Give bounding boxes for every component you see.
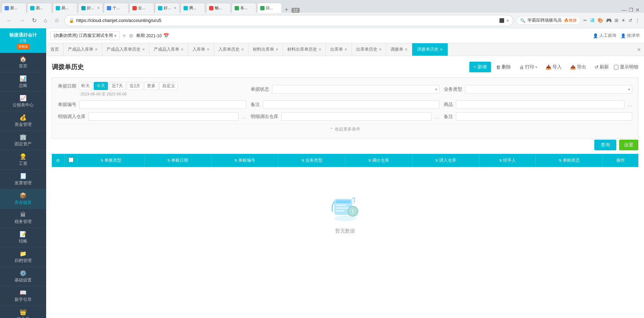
browser-tab-9[interactable]: 畅... (206, 3, 231, 13)
nav-star[interactable]: ☆ (52, 16, 61, 25)
company-selector[interactable]: (勿删勿禁用) 江西服宝测试专用 ▾ (50, 31, 120, 40)
nav-home[interactable]: ⌂ (42, 16, 49, 25)
page-tab-material-out-hist[interactable]: 材料出库单历史 ✕ (283, 43, 326, 56)
nav-refresh[interactable]: ↻ (30, 16, 39, 25)
print-btn[interactable]: 🖨 打印 ▾ (516, 62, 541, 72)
scissors-icon[interactable]: ✂ (583, 18, 587, 23)
tab-x[interactable]: ✕ (207, 48, 209, 51)
date-7days[interactable]: 近7天 (109, 82, 126, 90)
page-tab-inbound-hist[interactable]: 入库单历史 ✕ (214, 43, 249, 56)
table-col-gear[interactable]: ⚙ (52, 154, 65, 167)
window-minimize[interactable]: — (622, 7, 627, 13)
tab-bar-close[interactable]: ✕ (634, 47, 644, 52)
display-checkbox[interactable] (614, 65, 618, 69)
delete-btn[interactable]: 🗑 删除 (492, 62, 514, 72)
dropdown-icon[interactable]: ▾ (507, 18, 509, 23)
browser-tab-8[interactable]: 腾... (180, 3, 205, 13)
tab-x[interactable]: ✕ (405, 48, 408, 51)
detail-in-input[interactable] (88, 112, 239, 121)
sidebar-item-tax[interactable]: 🏛 税务管理 (0, 209, 46, 228)
grid-icon[interactable]: ⊞ (615, 18, 618, 23)
browser-tab-11[interactable]: 目... (257, 3, 282, 13)
goods-more-icon[interactable]: … (627, 102, 632, 107)
user-avatar[interactable]: 👤 徐泽华 (621, 33, 640, 39)
brightness-icon[interactable]: ☀ (621, 18, 626, 23)
sidebar-item-member[interactable]: 👑 畅会员 (0, 306, 46, 318)
table-settings-icon[interactable]: ⚙ (56, 158, 60, 163)
new-tab-button[interactable]: + (283, 6, 290, 13)
sidebar-item-assets[interactable]: 🏢 固定资产 (0, 131, 46, 150)
tab-x[interactable]: ✕ (181, 48, 184, 51)
page-tab-material-out[interactable]: 材料出库单 ✕ (249, 43, 283, 56)
sort-icon[interactable]: ⇅ (368, 158, 371, 162)
detail-remark-input[interactable] (456, 112, 632, 121)
add-company-btn[interactable]: + (122, 33, 126, 39)
translate-icon[interactable]: 译 (590, 17, 595, 24)
page-tab-outbound[interactable]: 出库单 ✕ (326, 43, 352, 56)
sidebar-item-inventory[interactable]: 📦 库存核算 (0, 189, 46, 209)
date-today[interactable]: 今天 (94, 82, 108, 90)
period-selector[interactable]: 账期 2021-10 📅 (136, 33, 169, 39)
remark-input[interactable] (263, 100, 439, 109)
query-btn[interactable]: 查询 (594, 140, 616, 150)
window-close[interactable]: ✕ (635, 7, 640, 13)
window-maximize[interactable]: ❐ (629, 7, 633, 13)
browser-tab-6[interactable]: 企... (129, 3, 154, 13)
undo-icon[interactable]: ↺ (628, 18, 632, 23)
sidebar-item-archive[interactable]: 📁 归档管理 (0, 247, 46, 267)
sidebar-item-reports[interactable]: 📈 云报表中心 (0, 92, 46, 111)
sort-icon[interactable]: ⇅ (301, 158, 304, 162)
browser-tab-7[interactable]: 好... ✕ (155, 3, 180, 13)
tab-x[interactable]: ✕ (275, 48, 278, 51)
extension-2[interactable]: 🎮 (606, 18, 612, 23)
tab-x[interactable]: ✕ (440, 48, 443, 51)
browser-tab-4[interactable]: 好... ✕ (78, 3, 103, 13)
date-yesterday[interactable]: 昨天 (78, 82, 93, 90)
date-1month[interactable]: 近1月 (127, 82, 143, 90)
sort-icon[interactable]: ⇅ (499, 158, 502, 162)
sort-icon[interactable]: ⇅ (559, 158, 562, 162)
sidebar-item-guide[interactable]: 📖 新手引导 (0, 286, 46, 306)
display-toggle[interactable]: 显示明细 (614, 64, 638, 70)
sort-icon[interactable]: ⇅ (100, 158, 103, 162)
new-btn[interactable]: + 新增 (469, 62, 491, 72)
sort-icon[interactable]: ⇅ (234, 158, 237, 162)
sidebar-item-settings[interactable]: ⚙️ 基础设置 (0, 267, 46, 286)
extension-1[interactable]: 🎨 (597, 18, 603, 23)
service-btn[interactable]: 👤 人工咨询 (593, 33, 616, 39)
company-settings-icon[interactable]: ⚙ (129, 33, 133, 39)
tab-close-7[interactable]: ✕ (174, 6, 176, 10)
detail-out-input[interactable] (281, 112, 431, 121)
page-tab-product-in-hist[interactable]: 产成品入库单历史 ✕ (102, 43, 149, 56)
browser-tab-2[interactable]: 易... (27, 3, 52, 13)
page-tab-product-in[interactable]: 产成品入库单 ✕ (64, 43, 102, 56)
page-tab-home[interactable]: 首页 (46, 43, 64, 56)
sidebar-item-funds[interactable]: 💰 资金管理 (0, 111, 46, 131)
browser-tab-3[interactable]: 易... (53, 3, 77, 13)
tab-x[interactable]: ✕ (241, 48, 244, 51)
collapse-btn[interactable]: ⌃ 收起更多条件 (58, 124, 632, 134)
goods-input[interactable] (456, 100, 624, 109)
browser-tab-1[interactable]: 新... (1, 3, 26, 13)
sidebar-item-invoice[interactable]: 🧾 发票管理 (0, 170, 46, 189)
date-custom[interactable]: 自定义 (159, 82, 178, 90)
menu-icon[interactable]: ⋮ (635, 18, 640, 23)
settings-filter-btn[interactable]: 设置 (619, 140, 638, 150)
page-tab-outbound-hist[interactable]: 出库单历史 ✕ (352, 43, 386, 56)
sort-icon[interactable]: ⇅ (167, 158, 170, 162)
tab-x[interactable]: ✕ (142, 48, 145, 51)
tab-x[interactable]: ✕ (344, 48, 347, 51)
export-btn[interactable]: 📤 导出 (567, 62, 590, 72)
docno-input[interactable] (79, 100, 246, 109)
import-btn[interactable]: 📥 导入 (542, 62, 565, 72)
nav-back[interactable]: ← (4, 16, 14, 25)
sort-icon[interactable]: ⇅ (435, 158, 438, 162)
detail-out-more-icon[interactable]: … (435, 114, 440, 119)
address-bar[interactable]: 🔒 https://cloud.chanjet.com/accounting/u… (64, 15, 513, 26)
browser-tab-5[interactable]: 个... (104, 3, 129, 13)
page-tab-inbound[interactable]: 入库单 ✕ (188, 43, 214, 56)
tab-close-4[interactable]: ✕ (97, 6, 100, 10)
browser-tab-10[interactable]: 各... (231, 3, 256, 13)
status-select[interactable] (272, 85, 439, 94)
select-all-checkbox[interactable] (69, 157, 73, 162)
